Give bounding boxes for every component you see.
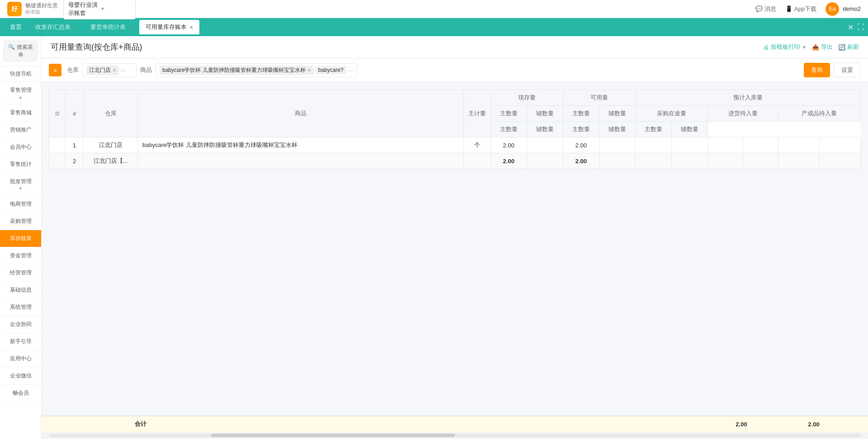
sidebar-item-wholesale-mgmt-label: 批发管理 bbox=[10, 178, 32, 185]
tab-available-inventory[interactable]: 可用量库存账本 ✕ bbox=[139, 20, 199, 34]
footer-label: 合计 bbox=[130, 420, 696, 428]
sidebar-item-inventory-check-label: 库存核算 bbox=[10, 235, 32, 242]
product-more-icon[interactable]: ··· bbox=[348, 67, 353, 74]
logo-sub: 标准版 bbox=[25, 9, 58, 15]
warehouse-filter-input[interactable]: 江北门店 ✕ ··· bbox=[82, 63, 137, 77]
table-row: 1 江北门店 babycare学饮杯 儿童防摔防撞吸管杯重力球吸嘴杯宝宝水杯 个… bbox=[49, 137, 861, 153]
row2-current-main: 2.00 bbox=[491, 153, 527, 169]
close-all-button[interactable]: ✕ bbox=[848, 23, 854, 32]
user-area[interactable]: Ea demo2 bbox=[826, 2, 861, 16]
app-download-icon: 📱 bbox=[785, 5, 793, 12]
row2-settings bbox=[49, 153, 66, 169]
sidebar-item-wholesale-mgmt[interactable]: 批发管理 ▼ bbox=[0, 173, 41, 196]
tab-order-stats[interactable]: 要货单统计表 ✕ bbox=[84, 20, 138, 34]
tab-receive-pay-label: 收发存汇总表 bbox=[35, 23, 71, 31]
horizontal-scrollbar[interactable] bbox=[42, 432, 868, 439]
row2-unit bbox=[463, 153, 491, 169]
product-filter-input[interactable]: babycare学饮杯 儿童防摔防撞吸管杯重力球吸嘴杯宝宝水杯 ✕ babyca… bbox=[156, 63, 357, 77]
store-selector[interactable]: 母婴行业演示账套 ▼ bbox=[63, 0, 136, 19]
sidebar-item-system-mgmt-label: 系统管理 bbox=[10, 303, 32, 311]
expand-button[interactable]: » bbox=[49, 64, 61, 76]
sidebar-item-purchase-mgmt-label: 采购管理 bbox=[10, 217, 32, 225]
username-label: demo2 bbox=[843, 5, 861, 12]
chevron-down-icon: ▼ bbox=[19, 186, 23, 191]
avatar: Ea bbox=[826, 2, 839, 16]
sidebar-item-system-mgmt[interactable]: 系统管理 bbox=[0, 299, 41, 316]
page-header: 可用量查询(按仓库+商品) 🖨 按模板打印 ▼ 📤 导出 🔄 刷新 bbox=[42, 36, 868, 58]
maximize-button[interactable]: ⛶ bbox=[857, 23, 864, 31]
settings-button[interactable]: 设置 bbox=[834, 63, 861, 77]
product-tag-1-label: babycare学饮杯 儿童防摔防撞吸管杯重力球吸嘴杯宝宝水杯 bbox=[162, 66, 306, 74]
scroll-thumb[interactable] bbox=[211, 434, 455, 437]
row2-current-aux bbox=[527, 153, 563, 169]
row1-purchase-transit-aux bbox=[671, 137, 708, 153]
sidebar-item-basic-info[interactable]: 基础信息 bbox=[0, 282, 41, 299]
remove-warehouse-tag-button[interactable]: ✕ bbox=[113, 68, 116, 73]
search-menu-button[interactable]: 🔍 搜索菜单 bbox=[4, 41, 38, 61]
warehouse-filter-label: 仓库 bbox=[67, 66, 79, 74]
sidebar-item-member-center[interactable]: 会员中心 bbox=[0, 139, 41, 156]
quick-nav-label: 快捷导航 bbox=[10, 71, 32, 77]
sidebar-item-finance-mgmt[interactable]: 资金管理 bbox=[0, 247, 41, 264]
remove-product-tag-1-button[interactable]: ✕ bbox=[307, 68, 311, 73]
filter-actions: 查询 设置 bbox=[804, 63, 861, 77]
unit-col-header: 主计量 bbox=[463, 90, 491, 137]
product-tag-2: babycare? bbox=[316, 66, 346, 74]
row1-production-pending-aux bbox=[819, 137, 860, 153]
sidebar-item-retail-mall-label: 零售商城 bbox=[10, 109, 32, 117]
sidebar-item-enterprise-collab[interactable]: 企业协同 bbox=[0, 316, 41, 333]
sidebar-item-retail-mall[interactable]: 零售商城 bbox=[0, 104, 41, 122]
message-button[interactable]: 💬 消息 bbox=[755, 5, 776, 13]
sidebar-item-vip-member[interactable]: 畅会员 bbox=[0, 385, 41, 402]
row2-index: 2 bbox=[66, 153, 84, 169]
quick-nav-button[interactable]: 快捷导航 bbox=[0, 66, 41, 82]
warehouse-more-icon[interactable]: ··· bbox=[121, 67, 126, 74]
row2-product bbox=[138, 153, 464, 169]
sidebar-item-new-guide[interactable]: 新手引导 bbox=[0, 333, 41, 350]
close-icon[interactable]: ✕ bbox=[189, 25, 193, 30]
sidebar-item-app-center-label: 应用中心 bbox=[10, 355, 32, 363]
sidebar-item-enterprise-wechat[interactable]: 企业微信 bbox=[0, 368, 41, 385]
row1-current-aux bbox=[527, 137, 563, 153]
row1-unit: 个 bbox=[463, 137, 491, 153]
top-bar: 好 畅捷通好生意 标准版 母婴行业演示账套 ▼ 💬 消息 📱 App下载 Ea … bbox=[0, 0, 868, 18]
export-label: 导出 bbox=[821, 43, 833, 51]
product-filter-label: 商品 bbox=[140, 66, 152, 74]
query-button[interactable]: 查询 bbox=[804, 63, 830, 77]
close-icon[interactable]: ✕ bbox=[73, 25, 77, 30]
main-layout: 🔍 搜索菜单 快捷导航 零售管理 ▲ 零售商城 营销推广 会员中心 零售统计 批… bbox=[0, 36, 868, 439]
sidebar-item-operations-mgmt[interactable]: 经营管理 bbox=[0, 264, 41, 282]
content-area: 可用量查询(按仓库+商品) 🖨 按模板打印 ▼ 📤 导出 🔄 刷新 bbox=[42, 36, 868, 439]
table-area: ⚙ # 仓库 商品 主计量 现存量 可用量 预计入库量 主数量 辅数量 主数量 bbox=[42, 82, 868, 415]
current-stock-header: 现存量 bbox=[491, 90, 563, 106]
tab-order-stats-label: 要货单统计表 bbox=[90, 23, 126, 31]
export-button[interactable]: 📤 导出 bbox=[812, 43, 833, 51]
app-download-button[interactable]: 📱 App下载 bbox=[785, 5, 816, 13]
tab-bar-actions: ✕ ⛶ bbox=[848, 23, 864, 32]
close-icon[interactable]: ✕ bbox=[128, 25, 132, 30]
refresh-button[interactable]: 🔄 刷新 bbox=[838, 43, 859, 51]
message-icon: 💬 bbox=[755, 5, 763, 12]
sidebar-item-retail-stats[interactable]: 零售统计 bbox=[0, 156, 41, 173]
sidebar-item-inventory-check[interactable]: 库存核算 bbox=[0, 230, 41, 247]
export-icon: 📤 bbox=[812, 44, 819, 51]
print-template-button[interactable]: 🖨 按模板打印 ▼ bbox=[763, 43, 807, 51]
sidebar-item-marketing-label: 营销推广 bbox=[10, 126, 32, 134]
filter-bar: » 仓库 江北门店 ✕ ··· 商品 babycare学饮杯 儿童防摔防撞吸管杯… bbox=[42, 58, 868, 82]
sidebar-item-retail-mgmt[interactable]: 零售管理 ▲ bbox=[0, 82, 41, 104]
sidebar-item-app-center[interactable]: 应用中心 bbox=[0, 350, 41, 368]
row1-available-aux bbox=[599, 137, 635, 153]
sidebar-item-operations-mgmt-label: 经营管理 bbox=[10, 269, 32, 277]
tab-receive-pay[interactable]: 收发存汇总表 ✕ bbox=[29, 20, 83, 34]
tab-home[interactable]: 首页 bbox=[4, 20, 28, 34]
expand-icon: » bbox=[53, 66, 57, 74]
data-table: ⚙ # 仓库 商品 主计量 现存量 可用量 预计入库量 主数量 辅数量 主数量 bbox=[49, 90, 861, 169]
purchase-transit-main-header: 主数量 bbox=[491, 122, 527, 137]
settings-icon[interactable]: ⚙ bbox=[55, 110, 60, 117]
sidebar: 🔍 搜索菜单 快捷导航 零售管理 ▲ 零售商城 营销推广 会员中心 零售统计 批… bbox=[0, 36, 42, 439]
warehouse-tag-label: 江北门店 bbox=[89, 66, 111, 74]
sidebar-item-ecommerce-mgmt[interactable]: 电商管理 bbox=[0, 196, 41, 213]
sidebar-item-purchase-mgmt[interactable]: 采购管理 bbox=[0, 213, 41, 230]
sidebar-item-marketing[interactable]: 营销推广 bbox=[0, 122, 41, 139]
chevron-down-icon: ▼ bbox=[100, 6, 131, 11]
